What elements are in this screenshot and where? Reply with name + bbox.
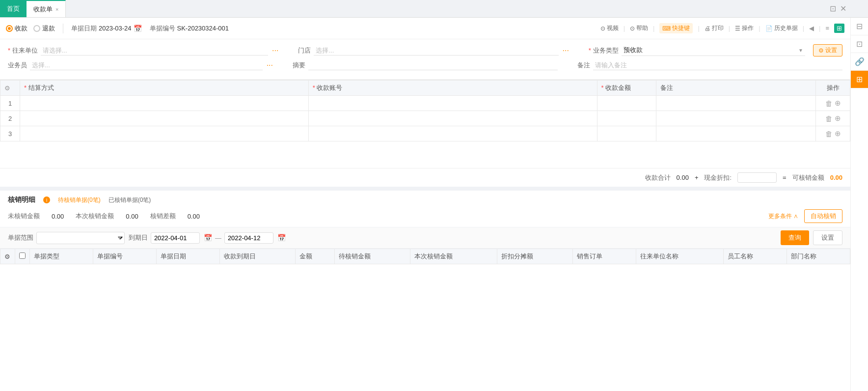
biz-type-select[interactable]: 预收款 ▼ <box>622 45 805 56</box>
pending-tab[interactable]: 待核销单据(0笔) <box>58 196 101 204</box>
print-btn[interactable]: 🖨 打印 <box>705 24 724 32</box>
prev-icon[interactable]: ◀ <box>809 25 814 32</box>
partner-more-icon[interactable]: ··· <box>272 46 278 55</box>
salesperson-input[interactable] <box>30 60 263 70</box>
row-3-remark[interactable] <box>656 126 815 141</box>
tab-bar: 首页 收款单 × ⊡ ✕ <box>0 0 868 18</box>
more-filter-btn[interactable]: 更多条件 ∧ <box>768 212 798 221</box>
row-1-settle[interactable] <box>20 96 309 111</box>
row-2-remark[interactable] <box>656 111 815 126</box>
form-row-1: 往来单位 ··· 门店 ··· 业务类型 预收款 ▼ ⚙ 设置 <box>8 44 842 56</box>
bth-type: 单据类型 <box>30 249 93 264</box>
row-1-copy-icon[interactable]: ⊕ <box>835 99 841 108</box>
row-2-amount[interactable] <box>597 111 656 126</box>
row-3-account[interactable] <box>308 126 597 141</box>
biz-type-value: 预收款 <box>624 46 797 55</box>
bth-employee: 员工名称 <box>723 249 787 264</box>
date-to-calendar-icon[interactable]: 📅 <box>277 234 286 242</box>
row-2-settle[interactable] <box>20 111 309 126</box>
query-button[interactable]: 查询 <box>781 230 809 245</box>
row-2-account[interactable] <box>308 111 597 126</box>
summary-input[interactable] <box>308 60 558 70</box>
section-title: 核销明细 <box>8 196 35 204</box>
print-icon: 🖨 <box>705 25 710 32</box>
row-3-delete-icon[interactable]: 🗑 <box>825 130 833 138</box>
uncleared-label: 未核销金额 <box>8 212 40 221</box>
filter-actions: 查询 设置 <box>781 230 842 245</box>
section-info-icon[interactable]: i <box>43 196 50 203</box>
row-1-remark[interactable] <box>656 96 815 111</box>
sidebar-icon-4[interactable]: ⊞ <box>851 71 868 88</box>
row-3-amount[interactable] <box>597 126 656 141</box>
grid-view-icon[interactable]: ⊞ <box>834 24 844 33</box>
sidebar-icon-1[interactable]: ⊟ <box>851 18 868 35</box>
table-settings-icon[interactable]: ⚙ <box>4 84 10 92</box>
date-from-input[interactable] <box>151 232 200 244</box>
row-3-copy-icon[interactable]: ⊕ <box>835 129 841 138</box>
total-value: 0.00 <box>677 174 689 181</box>
partner-label: 往来单位 <box>8 46 38 55</box>
number-field: 单据编号 SK-20230324-001 <box>150 24 229 33</box>
uncleared-value: 0.00 <box>52 213 64 220</box>
done-tab[interactable]: 已核销单据(0笔) <box>108 196 151 204</box>
filter-settings-button[interactable]: 设置 <box>813 230 842 245</box>
bth-checkbox[interactable] <box>15 249 30 264</box>
auto-cancel-button[interactable]: 自动核销 <box>804 209 842 223</box>
help-label: 帮助 <box>636 24 648 32</box>
window-close-icon[interactable]: ✕ <box>840 4 846 13</box>
store-label: 门店 <box>298 46 311 55</box>
bottom-table: ⚙ 单据类型 单据编号 单据日期 收款到期日 金额 待核销金额 本次核销金额 折… <box>0 249 850 264</box>
date-calendar-icon[interactable]: 📅 <box>134 25 142 32</box>
toolbar: 收款 退款 单据日期 2023-03-24 📅 单据编号 SK-20230324… <box>0 18 850 39</box>
date-field: 单据日期 2023-03-24 📅 <box>71 24 142 33</box>
radio-income-dot <box>6 25 13 32</box>
store-more-icon[interactable]: ··· <box>563 46 569 55</box>
salesperson-more-icon[interactable]: ··· <box>267 61 273 70</box>
main-container: 收款 退款 单据日期 2023-03-24 📅 单据编号 SK-20230324… <box>0 18 850 391</box>
salesperson-field: 业务员 ··· <box>8 60 273 70</box>
form-settings-button[interactable]: ⚙ 设置 <box>813 44 842 56</box>
tab-receipt-close[interactable]: × <box>55 6 58 12</box>
row-2-delete-icon[interactable]: 🗑 <box>825 114 833 123</box>
sidebar-icon-2[interactable]: ⊡ <box>851 35 868 53</box>
summary-field: 摘要 <box>293 60 558 70</box>
row-1-amount[interactable] <box>597 96 656 111</box>
tab-home[interactable]: 首页 <box>0 0 27 17</box>
radio-income[interactable]: 收款 <box>6 24 27 33</box>
partner-input[interactable] <box>41 46 268 56</box>
tab-receipt-label: 收款单 <box>33 5 53 14</box>
bth-pending: 待核销金额 <box>335 249 410 264</box>
shortcut-btn[interactable]: ⌨ 快捷键 <box>659 23 693 33</box>
row-1-num: 1 <box>0 96 20 111</box>
th-settings[interactable]: ⚙ <box>0 81 20 96</box>
select-all-checkbox[interactable] <box>19 252 26 259</box>
equals-sign: = <box>783 174 787 181</box>
row-1-account[interactable] <box>308 96 597 111</box>
discount-input[interactable] <box>737 172 777 183</box>
bottom-table-settings-icon[interactable]: ⚙ <box>4 253 10 260</box>
date-from-calendar-icon[interactable]: 📅 <box>204 234 212 242</box>
range-select[interactable] <box>36 232 125 244</box>
video-label: 视频 <box>607 24 619 32</box>
row-3-settle[interactable] <box>20 126 309 141</box>
history-btn[interactable]: 📄 历史单据 <box>765 24 798 32</box>
partner-field: 往来单位 ··· <box>8 46 278 56</box>
date-range-field: 到期日 📅 — 📅 <box>129 232 286 244</box>
row-2-copy-icon[interactable]: ⊕ <box>835 114 841 123</box>
remark-input[interactable] <box>593 60 842 70</box>
date-label: 单据日期 <box>71 24 97 33</box>
date-to-input[interactable] <box>224 232 273 244</box>
keyboard-icon: ⌨ <box>662 25 671 32</box>
bth-settings[interactable]: ⚙ <box>0 249 15 264</box>
radio-refund[interactable]: 退款 <box>33 24 55 33</box>
video-btn[interactable]: ⊙ 视频 <box>600 24 619 32</box>
list-view-icon[interactable]: ≡ <box>825 25 829 32</box>
form-area: 往来单位 ··· 门店 ··· 业务类型 预收款 ▼ ⚙ 设置 <box>0 39 850 80</box>
store-input[interactable] <box>314 46 558 56</box>
operation-btn[interactable]: ☰ 操作 <box>735 24 754 32</box>
row-1-delete-icon[interactable]: 🗑 <box>825 99 833 108</box>
help-btn[interactable]: ⊙ 帮助 <box>630 24 648 32</box>
tab-receipt[interactable]: 收款单 × <box>27 0 66 17</box>
sidebar-icon-3[interactable]: 🔗 <box>851 53 868 71</box>
window-restore-icon[interactable]: ⊡ <box>830 4 836 13</box>
